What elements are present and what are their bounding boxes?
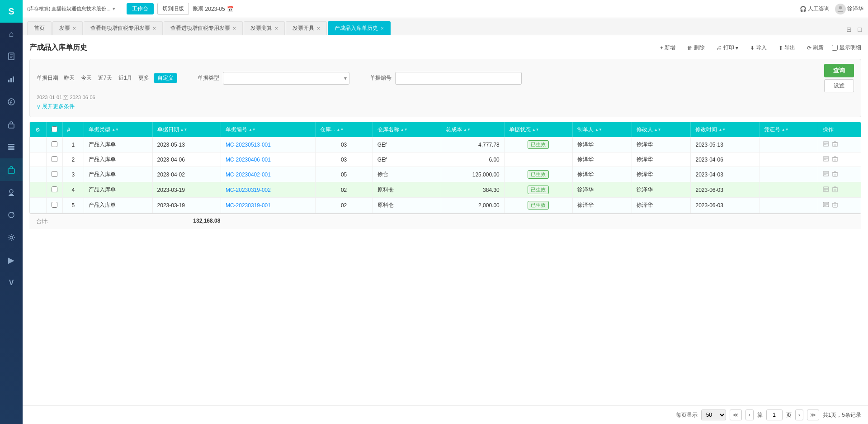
- th-modify-time[interactable]: 修改时间 ▲▼: [691, 122, 759, 137]
- th-warehouse-code[interactable]: 仓库... ▲▼: [315, 122, 373, 137]
- cell-number[interactable]: MC-20230402-001: [221, 167, 315, 182]
- sidebar-item-cycle[interactable]: [0, 204, 23, 226]
- row-view-icon[interactable]: [823, 201, 829, 209]
- sidebar-item-settings[interactable]: [0, 226, 23, 249]
- tab-sales-vat[interactable]: 查看销项增值税专用发票 ×: [84, 21, 163, 35]
- query-button[interactable]: 查询: [824, 64, 854, 77]
- sidebar-item-stamp[interactable]: [0, 181, 23, 204]
- row-view-icon[interactable]: [823, 186, 829, 194]
- workbench-button[interactable]: 工作台: [127, 3, 154, 14]
- col-sort-voucher[interactable]: 凭证号 ▲▼: [764, 126, 789, 133]
- import-button[interactable]: ⬇ 导入: [746, 42, 770, 53]
- sidebar-item-chart[interactable]: [0, 68, 23, 91]
- row-delete-icon[interactable]: [832, 141, 838, 148]
- date-btn-1month[interactable]: 近1月: [117, 73, 134, 83]
- th-status[interactable]: 单据状态 ▲▼: [504, 122, 572, 137]
- brand-dropdown-icon[interactable]: ▾: [113, 6, 115, 12]
- col-sort-creator[interactable]: 制单人 ▲▼: [577, 126, 602, 133]
- row-delete-icon[interactable]: [832, 201, 838, 209]
- prev-page-button[interactable]: ‹: [745, 410, 754, 420]
- row-checkbox[interactable]: [52, 156, 57, 162]
- th-voucher[interactable]: 凭证号 ▲▼: [759, 122, 818, 137]
- record-link[interactable]: MC-20230406-001: [226, 157, 271, 163]
- tab-home[interactable]: 首页: [27, 21, 52, 35]
- date-btn-7days[interactable]: 近7天: [96, 73, 114, 83]
- sidebar-item-lock[interactable]: [0, 113, 23, 136]
- sidebar-item-product[interactable]: [0, 158, 23, 181]
- sidebar-item-play[interactable]: ▶: [0, 249, 23, 272]
- service-link[interactable]: 🎧 人工咨询: [800, 5, 830, 13]
- th-warehouse-name[interactable]: 仓库名称 ▲▼: [373, 122, 441, 137]
- refresh-button[interactable]: ⟳ 刷新: [803, 42, 827, 53]
- cell-number[interactable]: MC-20230319-001: [221, 198, 315, 213]
- th-check[interactable]: [46, 122, 62, 137]
- tab-product-inbound[interactable]: 产成品入库单历史 ×: [328, 21, 391, 35]
- tab-purchase-vat[interactable]: 查看进项增值税专用发票 ×: [164, 21, 243, 35]
- record-link[interactable]: MC-20230513-001: [226, 142, 271, 148]
- col-sort-type[interactable]: 单据类型 ▲▼: [89, 126, 119, 133]
- tab-sales-vat-close[interactable]: ×: [153, 25, 156, 32]
- record-link[interactable]: MC-20230319-001: [226, 202, 271, 209]
- export-button[interactable]: ⬆ 导出: [775, 42, 799, 53]
- col-sort-number[interactable]: 单据编号 ▲▼: [226, 126, 256, 133]
- cell-number[interactable]: MC-20230513-001: [221, 137, 315, 152]
- col-sort-modifier[interactable]: 修改人 ▲▼: [637, 126, 661, 133]
- tab-invoice-calc[interactable]: 发票测算 ×: [244, 21, 285, 35]
- row-checkbox[interactable]: [52, 171, 57, 177]
- row-view-icon[interactable]: [823, 156, 829, 163]
- print-button[interactable]: 🖨 打印 ▾: [713, 42, 742, 53]
- show-detail-toggle[interactable]: 显示明细: [832, 44, 861, 52]
- tab-invoice[interactable]: 发票 ×: [52, 21, 83, 35]
- sidebar-item-tax[interactable]: ¥: [0, 91, 23, 113]
- number-filter-input[interactable]: [395, 72, 522, 85]
- first-page-button[interactable]: ≪: [730, 410, 742, 420]
- tab-invoice-open-close[interactable]: ×: [317, 25, 320, 32]
- row-view-icon[interactable]: [823, 141, 829, 148]
- sidebar-item-list[interactable]: [0, 136, 23, 158]
- col-sort-modify-time[interactable]: 修改时间 ▲▼: [695, 126, 726, 133]
- row-checkbox[interactable]: [52, 141, 57, 147]
- type-select[interactable]: [223, 72, 349, 85]
- sidebar-item-v[interactable]: V: [0, 272, 23, 294]
- th-modifier[interactable]: 修改人 ▲▼: [632, 122, 691, 137]
- new-button[interactable]: + 新增: [656, 42, 679, 53]
- row-delete-icon[interactable]: [832, 186, 838, 194]
- th-settings[interactable]: ⚙: [30, 122, 46, 137]
- th-type[interactable]: 单据类型 ▲▼: [84, 122, 152, 137]
- page-size-select[interactable]: 50 100: [701, 410, 726, 420]
- col-sort-warehouse-name[interactable]: 仓库名称 ▲▼: [377, 126, 408, 133]
- delete-button[interactable]: 🗑 删除: [684, 42, 708, 53]
- col-sort-date[interactable]: 单据日期 ▲▼: [157, 126, 188, 133]
- show-detail-checkbox[interactable]: [832, 45, 838, 51]
- date-btn-custom[interactable]: 自定义: [154, 73, 177, 83]
- window-restore-button[interactable]: ⊟: [844, 24, 854, 35]
- user-profile[interactable]: 徐泽华: [835, 4, 863, 14]
- row-delete-icon[interactable]: [832, 171, 838, 178]
- cell-number[interactable]: MC-20230319-002: [221, 182, 315, 198]
- col-sort-status[interactable]: 单据状态 ▲▼: [509, 126, 539, 133]
- sidebar-item-home[interactable]: ⌂: [0, 23, 23, 45]
- cell-number[interactable]: MC-20230406-001: [221, 152, 315, 167]
- tab-product-inbound-close[interactable]: ×: [381, 25, 384, 32]
- date-btn-yesterday[interactable]: 昨天: [62, 73, 76, 83]
- row-checkbox[interactable]: [52, 202, 57, 208]
- sidebar-item-invoice[interactable]: [0, 45, 23, 68]
- cell-check[interactable]: [46, 137, 62, 152]
- page-input[interactable]: [766, 410, 783, 420]
- date-btn-today[interactable]: 今天: [79, 73, 94, 83]
- tab-invoice-open[interactable]: 发票开具 ×: [286, 21, 327, 35]
- tab-purchase-vat-close[interactable]: ×: [233, 25, 236, 32]
- app-logo[interactable]: S: [0, 0, 23, 23]
- record-link[interactable]: MC-20230319-002: [226, 187, 271, 193]
- cell-check[interactable]: [46, 167, 62, 182]
- last-page-button[interactable]: ≫: [807, 410, 819, 420]
- th-date[interactable]: 单据日期 ▲▼: [152, 122, 221, 137]
- th-creator[interactable]: 制单人 ▲▼: [573, 122, 632, 137]
- tab-invoice-close[interactable]: ×: [73, 25, 76, 32]
- cell-check[interactable]: [46, 198, 62, 213]
- cell-check[interactable]: [46, 152, 62, 167]
- row-delete-icon[interactable]: [832, 156, 838, 163]
- window-maximize-button[interactable]: □: [856, 24, 863, 35]
- th-total-cost[interactable]: 总成本 ▲▼: [441, 122, 505, 137]
- record-link[interactable]: MC-20230402-001: [226, 172, 271, 178]
